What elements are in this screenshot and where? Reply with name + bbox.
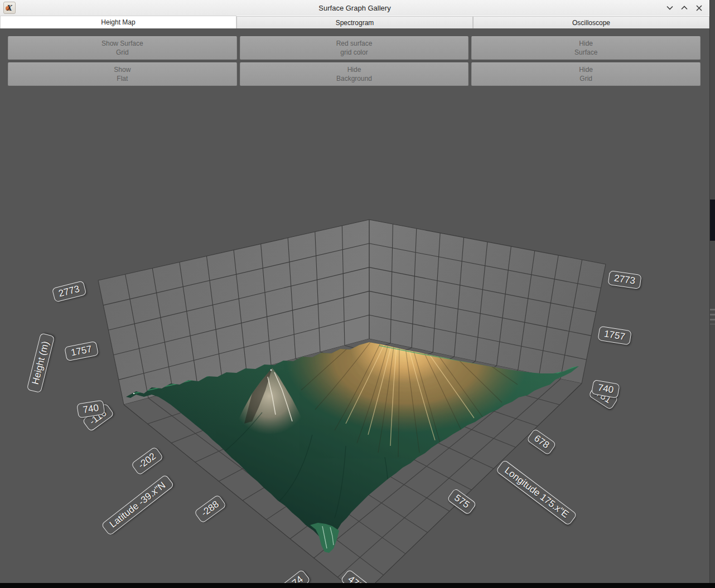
desktop: X Surface Graph Gallery Height Map Spect…	[0, 0, 715, 588]
tab-bar: Height Map Spectrogram Oscilloscope	[0, 16, 709, 28]
tab-oscilloscope[interactable]: Oscilloscope	[473, 16, 709, 28]
title-bar[interactable]: X Surface Graph Gallery	[0, 0, 709, 16]
show-flat-button[interactable]: Show Flat	[8, 62, 237, 86]
background-window-dark-segment	[710, 200, 715, 241]
maximize-button[interactable]	[679, 3, 689, 13]
chevron-down-icon	[666, 6, 673, 10]
chevron-up-icon	[681, 6, 688, 10]
tab-spectrogram[interactable]: Spectrogram	[236, 16, 473, 28]
app-window: X Surface Graph Gallery Height Map Spect…	[0, 0, 710, 583]
background-window-marks	[710, 309, 715, 324]
toolbar-row-2: Show Flat Hide Background Hide Grid	[8, 62, 700, 86]
hide-background-button[interactable]: Hide Background	[240, 62, 469, 86]
show-surface-grid-button[interactable]: Show Surface Grid	[8, 36, 237, 60]
hide-surface-button[interactable]: Hide Surface	[471, 36, 700, 60]
tab-height-map[interactable]: Height Map	[0, 16, 236, 28]
red-surface-grid-color-button[interactable]: Red surface grid color	[240, 36, 469, 60]
shade-button[interactable]	[665, 3, 675, 13]
hide-grid-button[interactable]: Hide Grid	[471, 62, 700, 86]
close-button[interactable]	[694, 3, 704, 13]
surface-3d-view[interactable]	[0, 0, 709, 583]
bottom-screen-band	[0, 583, 715, 588]
close-icon	[696, 5, 702, 11]
background-window-edge	[710, 0, 715, 583]
toolbar-row-1: Show Surface Grid Red surface grid color…	[8, 36, 700, 60]
window-title: Surface Graph Gallery	[0, 4, 709, 12]
